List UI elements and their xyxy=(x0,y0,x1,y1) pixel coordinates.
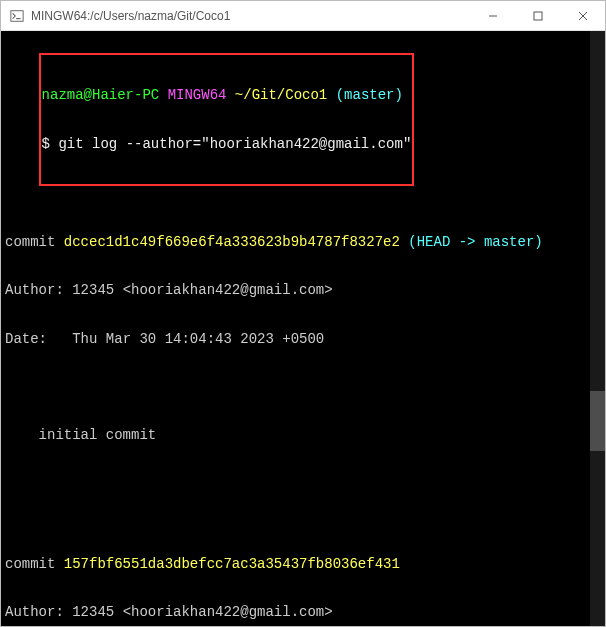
head-ref: (HEAD -> master) xyxy=(408,234,542,250)
prompt-line2: $ git log --author="hooriakhan422@gmail.… xyxy=(42,136,412,152)
commit-message: initial commit xyxy=(5,427,601,443)
author-line: Author: 12345 <hooriakhan422@gmail.com> xyxy=(5,282,601,298)
author-value: 12345 <hooriakhan422@gmail.com> xyxy=(72,282,332,298)
scrollbar-thumb[interactable] xyxy=(590,391,605,451)
command-text: git log --author="hooriakhan422@gmail.co… xyxy=(58,136,411,152)
scrollbar[interactable] xyxy=(590,31,605,626)
commit-label: commit xyxy=(5,234,64,250)
date-value: Thu Mar 30 14:04:43 2023 +0500 xyxy=(72,331,324,347)
highlight-box: nazma@Haier-PC MINGW64 ~/Git/Coco1 (mast… xyxy=(39,53,415,186)
author-line: Author: 12345 <hooriakhan422@gmail.com> xyxy=(5,604,601,620)
commit-line: commit dccec1d1c49f669e6f4a333623b9b4787… xyxy=(5,234,601,250)
maximize-button[interactable] xyxy=(515,1,560,31)
date-label: Date: xyxy=(5,331,72,347)
prompt-user: nazma@Haier-PC xyxy=(42,87,160,103)
close-button[interactable] xyxy=(560,1,605,31)
author-value: 12345 <hooriakhan422@gmail.com> xyxy=(72,604,332,620)
prompt-path: ~/Git/Coco1 xyxy=(226,87,327,103)
terminal[interactable]: nazma@Haier-PC MINGW64 ~/Git/Coco1 (mast… xyxy=(1,31,605,626)
commit-line: commit 157fbf6551da3dbefcc7ac3a35437fb80… xyxy=(5,556,601,572)
commit-hash: dccec1d1c49f669e6f4a333623b9b4787f8327e2 xyxy=(64,234,400,250)
terminal-icon xyxy=(9,8,25,24)
date-line: Date: Thu Mar 30 14:04:43 2023 +0500 xyxy=(5,331,601,347)
window-controls xyxy=(470,1,605,31)
app-window: MINGW64:/c/Users/nazma/Git/Coco1 nazma@H… xyxy=(0,0,606,627)
prompt-line1: nazma@Haier-PC MINGW64 ~/Git/Coco1 (mast… xyxy=(42,87,412,103)
minimize-button[interactable] xyxy=(470,1,515,31)
commit-hash: 157fbf6551da3dbefcc7ac3a35437fb8036ef431 xyxy=(64,556,400,572)
commit-label: commit xyxy=(5,556,64,572)
svg-rect-3 xyxy=(534,12,542,20)
svg-rect-0 xyxy=(11,10,23,21)
titlebar[interactable]: MINGW64:/c/Users/nazma/Git/Coco1 xyxy=(1,1,605,31)
author-label: Author: xyxy=(5,604,72,620)
window-title: MINGW64:/c/Users/nazma/Git/Coco1 xyxy=(31,9,470,23)
author-label: Author: xyxy=(5,282,72,298)
prompt-branch: (master) xyxy=(327,87,403,103)
prompt-env: MINGW64 xyxy=(159,87,226,103)
prompt-symbol: $ xyxy=(42,136,59,152)
